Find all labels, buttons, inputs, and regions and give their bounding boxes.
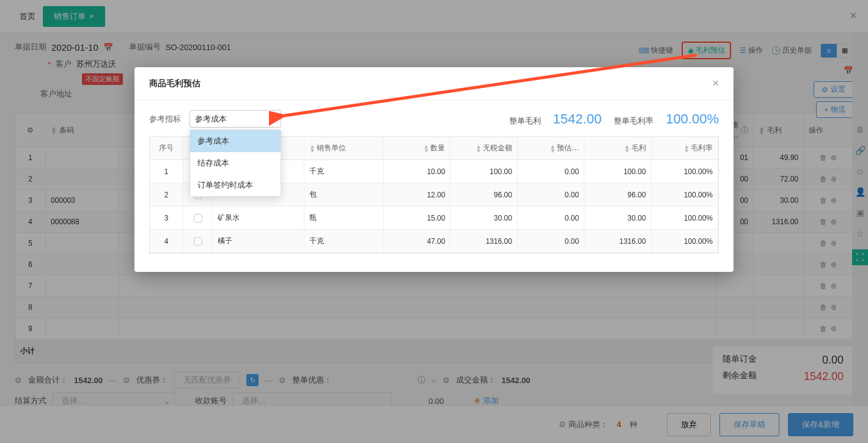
mrow-unit: 包: [304, 183, 384, 206]
mrow-idx: 2: [150, 183, 183, 206]
mrow-gross: 100.00: [584, 160, 651, 183]
indicator-label: 参考指标: [149, 114, 181, 125]
gross-rate-value: 100.00%: [666, 111, 719, 127]
mrow-idx: 1: [150, 160, 183, 183]
gross-profit-modal: 商品毛利预估 × 参考指标 ⌃ 参考成本结存成本订单签约时成本 整单毛利 154…: [134, 67, 734, 272]
indicator-input[interactable]: [189, 110, 281, 128]
modal-table-row: 3 矿泉水 瓶 15.00 30.00 0.00 30.00 100.00%: [150, 207, 718, 230]
mrow-est: 0.00: [518, 207, 584, 229]
mrow-name: 橘子: [213, 230, 304, 252]
mrow-qty: 15.00: [384, 207, 451, 229]
mrow-unit: 千克: [304, 160, 384, 183]
mrow-gross: 30.00: [584, 207, 651, 229]
mrow-rate: 100.00%: [652, 230, 718, 252]
mrow-unit: 千克: [304, 230, 384, 252]
gross-rate-label: 整单毛利率: [614, 115, 653, 126]
modal-title: 商品毛利预估: [149, 78, 200, 89]
mrow-checkbox[interactable]: [183, 230, 213, 252]
mrow-gross: 1316.00: [584, 230, 651, 252]
indicator-select[interactable]: ⌃ 参考成本结存成本订单签约时成本: [189, 110, 281, 128]
mrow-notax: 96.00: [451, 183, 517, 206]
gross-total-label: 整单毛利: [509, 115, 541, 126]
mrow-qty: 10.00: [384, 160, 451, 183]
mrow-est: 0.00: [518, 183, 584, 206]
modal-table-row: 4 橘子 千克 47.00 1316.00 0.00 1316.00 100.0…: [150, 230, 718, 253]
mrow-est: 0.00: [518, 230, 584, 252]
mrow-name: 矿泉水: [213, 207, 304, 229]
mcol-notax[interactable]: ▲▼无税金额: [451, 137, 517, 159]
gross-total-value: 1542.00: [553, 111, 602, 127]
mrow-checkbox[interactable]: [183, 207, 213, 229]
dropdown-option[interactable]: 订单签约时成本: [190, 174, 281, 196]
mcol-gross[interactable]: ▲▼毛利: [584, 137, 651, 159]
mcol-idx[interactable]: 序号: [150, 137, 183, 159]
dropdown-option[interactable]: 参考成本: [190, 130, 281, 152]
mrow-gross: 96.00: [584, 183, 651, 206]
mcol-est[interactable]: ▲▼预估…: [518, 137, 584, 159]
mcol-rate[interactable]: ▲▼毛利率: [652, 137, 718, 159]
mrow-notax: 1316.00: [451, 230, 517, 252]
mrow-rate: 100.00%: [652, 207, 718, 229]
mrow-rate: 100.00%: [652, 160, 718, 183]
mrow-idx: 3: [150, 207, 183, 229]
mrow-qty: 47.00: [384, 230, 451, 252]
mrow-qty: 12.00: [384, 183, 451, 206]
mcol-unit[interactable]: ▲▼销售单位: [304, 137, 384, 159]
mrow-unit: 瓶: [304, 207, 384, 229]
mrow-rate: 100.00%: [652, 183, 718, 206]
mrow-idx: 4: [150, 230, 183, 252]
mrow-notax: 100.00: [451, 160, 517, 183]
indicator-dropdown: 参考成本结存成本订单签约时成本: [189, 130, 281, 197]
mrow-notax: 30.00: [451, 207, 517, 229]
modal-close-icon[interactable]: ×: [712, 77, 719, 90]
mcol-qty[interactable]: ▲▼数量: [384, 137, 451, 159]
mrow-est: 0.00: [518, 160, 584, 183]
modal-overlay: 商品毛利预估 × 参考指标 ⌃ 参考成本结存成本订单签约时成本 整单毛利 154…: [0, 0, 868, 443]
dropdown-option[interactable]: 结存成本: [190, 152, 281, 174]
